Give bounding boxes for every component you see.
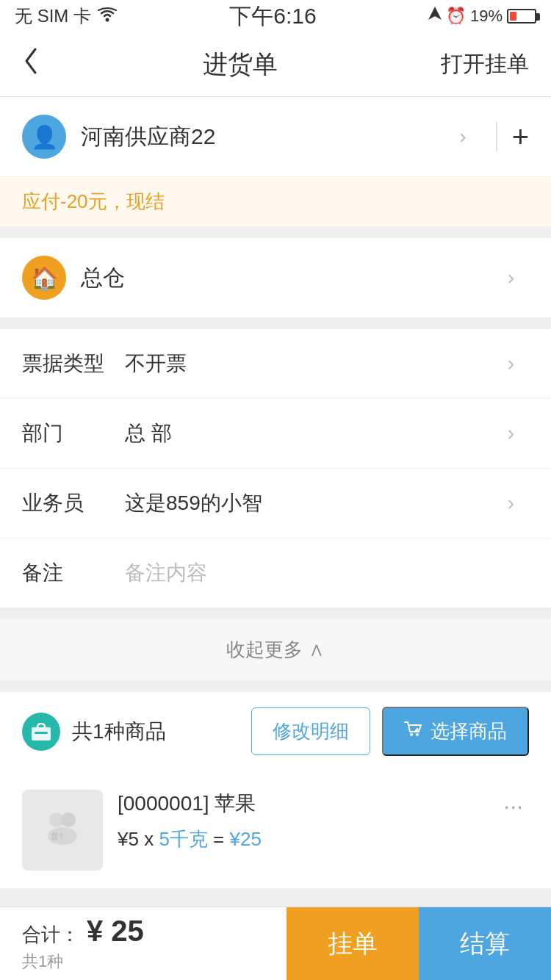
footer-sub-label: 共1种 bbox=[22, 951, 264, 973]
svg-text:督†: 督† bbox=[51, 832, 63, 840]
product-item: 督† [0000001] 苹果 ¥5 x 5千克 = ¥25 ··· bbox=[0, 772, 551, 888]
battery-percent: 19% bbox=[470, 7, 503, 26]
nav-bar: 进货单 打开挂单 bbox=[0, 32, 551, 97]
form-row-remark[interactable]: 备注 备注内容 bbox=[0, 538, 551, 608]
form-value-salesperson: 这是859的小智 bbox=[125, 489, 508, 517]
quantity: 5千克 bbox=[159, 828, 207, 850]
status-left: 无 SIM 卡 bbox=[15, 4, 118, 28]
pending-button[interactable]: 挂单 bbox=[287, 907, 419, 980]
product-price: ¥5 x 5千克 = ¥25 bbox=[118, 826, 483, 852]
page-title: 进货单 bbox=[203, 48, 278, 82]
form-label-invoice: 票据类型 bbox=[22, 350, 125, 378]
unit-price: ¥5 bbox=[118, 828, 139, 850]
equals-sign: = bbox=[213, 828, 229, 850]
status-right: ⏰ 19% bbox=[428, 7, 536, 26]
product-code: [0000001] bbox=[118, 792, 209, 815]
warehouse-chevron-icon: › bbox=[508, 266, 514, 289]
products-count: 共1种商品 bbox=[72, 718, 240, 746]
battery-icon bbox=[507, 9, 536, 24]
supplier-section: 👤 河南供应商22 › + 应付-20元，现结 bbox=[0, 97, 551, 226]
alarm-icon: ⏰ bbox=[446, 7, 466, 26]
footer-total: 合计： ¥ 25 共1种 bbox=[0, 907, 287, 980]
product-title: 苹果 bbox=[215, 792, 256, 815]
product-name: [0000001] 苹果 bbox=[118, 790, 483, 818]
warehouse-icon: 🏠 bbox=[22, 256, 66, 300]
back-button[interactable] bbox=[22, 46, 40, 82]
svg-point-3 bbox=[410, 733, 413, 736]
status-time: 下午6:16 bbox=[229, 1, 316, 32]
form-section: 票据类型 不开票 › 部门 总 部 › 业务员 这是859的小智 › 备注 备注… bbox=[0, 329, 551, 608]
edit-detail-button[interactable]: 修改明细 bbox=[251, 707, 370, 755]
warehouse-name: 总仓 bbox=[81, 263, 508, 293]
open-pending-button[interactable]: 打开挂单 bbox=[441, 49, 529, 79]
product-info: [0000001] 苹果 ¥5 x 5千克 = ¥25 bbox=[118, 790, 483, 852]
form-row-department[interactable]: 部门 总 部 › bbox=[0, 399, 551, 469]
form-row-invoice[interactable]: 票据类型 不开票 › bbox=[0, 329, 551, 399]
invoice-chevron-icon: › bbox=[508, 352, 514, 375]
warehouse-row[interactable]: 🏠 总仓 › bbox=[0, 238, 551, 317]
total-price: ¥25 bbox=[230, 828, 262, 850]
add-supplier-button[interactable]: + bbox=[512, 122, 529, 151]
carrier-label: 无 SIM 卡 bbox=[15, 4, 91, 28]
form-label-department: 部门 bbox=[22, 419, 125, 447]
svg-point-4 bbox=[416, 733, 419, 736]
products-header: 共1种商品 修改明细 选择商品 bbox=[0, 692, 551, 771]
notice-bar: 应付-20元，现结 bbox=[0, 177, 551, 226]
product-thumb-icon: 督† bbox=[40, 810, 84, 851]
cart-icon bbox=[404, 720, 423, 743]
salesperson-chevron-icon: › bbox=[508, 491, 514, 515]
content-area: 👤 河南供应商22 › + 应付-20元，现结 🏠 总仓 › 票据类型 不开票 … bbox=[0, 97, 551, 962]
supplier-divider bbox=[496, 122, 497, 151]
location-icon bbox=[428, 7, 442, 26]
products-section: 共1种商品 修改明细 选择商品 bbox=[0, 692, 551, 888]
svg-rect-2 bbox=[35, 732, 48, 734]
department-chevron-icon: › bbox=[508, 422, 514, 445]
status-bar: 无 SIM 卡 下午6:16 ⏰ 19% bbox=[0, 0, 551, 32]
product-thumbnail: 督† bbox=[22, 790, 103, 871]
form-value-department: 总 部 bbox=[125, 419, 508, 447]
product-more-button[interactable]: ··· bbox=[497, 790, 529, 823]
form-label-salesperson: 业务员 bbox=[22, 489, 125, 517]
notice-text: 应付-20元，现结 bbox=[22, 190, 165, 212]
avatar-icon: 👤 bbox=[31, 124, 58, 150]
wifi-icon bbox=[97, 6, 118, 26]
form-row-salesperson[interactable]: 业务员 这是859的小智 › bbox=[0, 469, 551, 538]
total-label: 合计： bbox=[22, 922, 79, 948]
products-icon bbox=[22, 713, 60, 751]
svg-point-8 bbox=[61, 813, 76, 827]
supplier-name: 河南供应商22 bbox=[81, 122, 459, 152]
select-product-button[interactable]: 选择商品 bbox=[382, 707, 529, 756]
select-product-label: 选择商品 bbox=[431, 718, 507, 744]
form-value-remark: 备注内容 bbox=[125, 559, 529, 587]
svg-point-0 bbox=[106, 18, 109, 22]
form-label-remark: 备注 bbox=[22, 559, 125, 587]
supplier-avatar: 👤 bbox=[22, 115, 66, 159]
footer: 合计： ¥ 25 共1种 挂单 结算 bbox=[0, 907, 551, 980]
multiply-sign: x bbox=[144, 828, 159, 850]
settle-button[interactable]: 结算 bbox=[419, 907, 551, 980]
total-amount: ¥ 25 bbox=[87, 915, 144, 948]
collapse-button[interactable]: 收起更多 ∧ bbox=[0, 619, 551, 680]
footer-total-row: 合计： ¥ 25 bbox=[22, 915, 264, 948]
supplier-chevron-icon: › bbox=[459, 125, 466, 148]
form-value-invoice: 不开票 bbox=[125, 350, 508, 378]
supplier-row[interactable]: 👤 河南供应商22 › + bbox=[0, 97, 551, 177]
